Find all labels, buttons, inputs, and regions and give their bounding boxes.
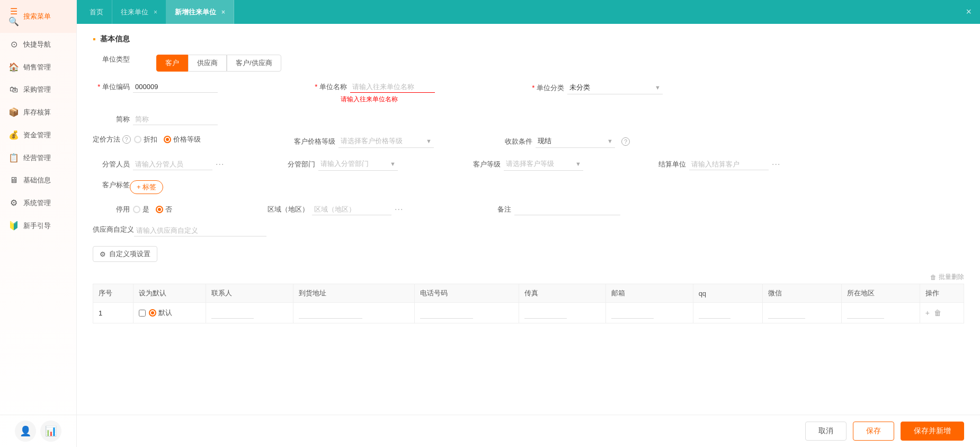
abbreviation-input[interactable] (133, 113, 218, 125)
table-header-row: 序号 设为默认 联系人 到货地址 电话号码 传真 邮箱 qq 微信 所在地区 操… (93, 284, 964, 303)
department-select[interactable]: 请输入分管部门 ▼ (318, 157, 398, 171)
area-input[interactable] (312, 204, 391, 215)
unit-type-customer-btn[interactable]: 客户 (156, 55, 188, 72)
sidebar-item-quick-nav[interactable]: ⊙ 快捷导航 (0, 33, 76, 56)
payment-terms-chevron: ▼ (607, 138, 613, 144)
col-address: 到货地址 (293, 284, 414, 303)
batch-delete-btn[interactable]: 🗑 批量删除 (93, 273, 964, 282)
sidebar-item-label: 采购管理 (23, 85, 51, 94)
sidebar-item-sales-mgmt[interactable]: 🏠 销售管理 (0, 56, 76, 78)
disabled-yes-label: 是 (142, 205, 149, 214)
sidebar-item-finance[interactable]: 💰 资金管理 (0, 124, 76, 146)
unit-name-input[interactable] (350, 81, 435, 93)
abbreviation-row: 简称 (93, 113, 964, 125)
tab-partner-list-label: 往来单位 (121, 7, 148, 17)
delete-row-btn[interactable]: 🗑 (934, 309, 941, 317)
cell-contact[interactable] (206, 303, 293, 323)
tab-new-partner[interactable]: 新增往来单位 × (166, 0, 234, 24)
supplier-custom-row: 供应商自定义 (93, 225, 964, 236)
payment-terms-select[interactable]: 现结 ▼ (536, 135, 615, 148)
code-name-category-row: * 单位编码 * 单位名称 请输入往来单位名称 * 单位分类 未分类 ▼ (93, 81, 964, 104)
pricing-radio-discount[interactable]: 折扣 (134, 135, 157, 144)
sidebar-item-label: 新手引导 (23, 221, 51, 231)
customer-level-select[interactable]: 请选择客户等级 ▼ (504, 157, 583, 171)
supplier-custom-input[interactable] (134, 225, 266, 236)
fax-input[interactable] (524, 307, 567, 319)
save-and-new-button[interactable]: 保存并新增 (901, 422, 964, 441)
tab-home[interactable]: 首页 (81, 0, 112, 24)
default-radio[interactable]: 默认 (149, 308, 172, 318)
manager-input[interactable] (133, 159, 212, 170)
unit-code-input[interactable] (133, 81, 218, 93)
sidebar-item-search-menu[interactable]: ☰🔍 搜索菜单 (0, 0, 76, 33)
page-footer: 取消 保存 保存并新增 (77, 415, 980, 447)
cust-price-level-select[interactable]: 请选择客户价格等级 ▼ (338, 135, 434, 148)
disabled-radio-yes[interactable]: 是 (133, 205, 149, 214)
pricing-help-icon[interactable]: ? (122, 135, 131, 144)
sidebar-settings-btn[interactable]: 📊 (40, 420, 61, 442)
sidebar-item-basic-info[interactable]: 🖥 基础信息 (0, 169, 76, 191)
cancel-button[interactable]: 取消 (805, 422, 847, 441)
sidebar: ☰🔍 搜索菜单 ⊙ 快捷导航 🏠 销售管理 🛍 采购管理 📦 库存核算 💰 资金… (0, 0, 77, 447)
row-checkbox[interactable] (139, 310, 146, 317)
department-placeholder: 请输入分管部门 (320, 159, 388, 169)
manager-label: 分管人员 (93, 160, 130, 169)
add-row-btn[interactable]: + (925, 309, 930, 317)
email-input[interactable] (611, 307, 654, 319)
operations-icon: 📋 (8, 153, 19, 163)
price-level-radio-circle (164, 136, 171, 143)
add-tag-btn[interactable]: + 标签 (130, 180, 163, 194)
unit-category-select[interactable]: 未分类 ▼ (567, 81, 663, 94)
sidebar-collapse-btn[interactable]: 👤 (15, 420, 36, 442)
region-input[interactable] (847, 307, 884, 319)
cust-price-level-label: 客户价格等级 (294, 137, 335, 146)
sidebar-item-purchase-mgmt[interactable]: 🛍 采购管理 (0, 78, 76, 101)
address-input[interactable] (299, 307, 362, 319)
manager-more-btn[interactable]: ··· (216, 160, 224, 169)
cell-address[interactable] (293, 303, 414, 323)
remarks-input[interactable] (514, 204, 620, 215)
disabled-radio-no[interactable]: 否 (156, 205, 172, 214)
customer-tag-label: 客户标签 (93, 180, 130, 190)
contact-input[interactable] (211, 307, 254, 319)
main-area: 首页 往来单位 × 新增往来单位 × × ▪ 基本信息 单位类型 客户 供应商 … (77, 0, 980, 447)
sidebar-item-system-mgmt[interactable]: ⚙ 系统管理 (0, 191, 76, 214)
unit-category-chevron: ▼ (655, 84, 661, 91)
unit-type-both-btn[interactable]: 客户/供应商 (227, 55, 281, 72)
sidebar-item-operations[interactable]: 📋 经营管理 (0, 146, 76, 169)
cell-qq[interactable] (693, 303, 763, 323)
sidebar-item-inventory[interactable]: 📦 库存核算 (0, 101, 76, 124)
cell-phone[interactable] (415, 303, 519, 323)
settlement-unit-input[interactable] (689, 159, 769, 170)
phone-input[interactable] (420, 307, 473, 319)
area-more-btn[interactable]: ··· (395, 205, 403, 214)
sidebar-item-label: 经营管理 (23, 153, 51, 163)
tab-partner-list-close[interactable]: × (154, 8, 157, 16)
unit-type-group: 客户 供应商 客户/供应商 (156, 55, 281, 72)
unit-type-supplier-btn[interactable]: 供应商 (188, 55, 227, 72)
cell-wechat[interactable] (763, 303, 841, 323)
tab-partner-list[interactable]: 往来单位 × (112, 0, 166, 24)
cell-region[interactable] (841, 303, 920, 323)
payment-terms-label: 收款条件 (495, 137, 532, 146)
settlement-unit-more-btn[interactable]: ··· (772, 160, 780, 169)
custom-settings-btn[interactable]: ⚙ 自定义项设置 (93, 246, 157, 262)
col-region: 所在地区 (841, 284, 920, 303)
col-contact: 联系人 (206, 284, 293, 303)
disabled-area-row: 停用 是 否 区域（地区） ··· (93, 204, 964, 215)
price-level-label: 价格等级 (173, 135, 201, 144)
payment-terms-help[interactable]: ? (621, 137, 630, 146)
sidebar-item-label: 系统管理 (23, 198, 51, 208)
cell-email[interactable] (606, 303, 693, 323)
pricing-radio-price-level[interactable]: 价格等级 (164, 135, 201, 144)
tab-new-partner-close[interactable]: × (221, 8, 225, 16)
tabbar: 首页 往来单位 × 新增往来单位 × × (77, 0, 980, 24)
save-button[interactable]: 保存 (853, 422, 894, 441)
tabbar-close-all[interactable]: × (961, 6, 976, 17)
cell-fax[interactable] (519, 303, 605, 323)
sidebar-item-label: 资金管理 (23, 130, 51, 140)
qq-input[interactable] (699, 307, 730, 319)
sidebar-item-newbie[interactable]: 🔰 新手引导 (0, 214, 76, 237)
section-title-basic-info: ▪ 基本信息 (93, 34, 964, 44)
wechat-input[interactable] (768, 307, 805, 319)
